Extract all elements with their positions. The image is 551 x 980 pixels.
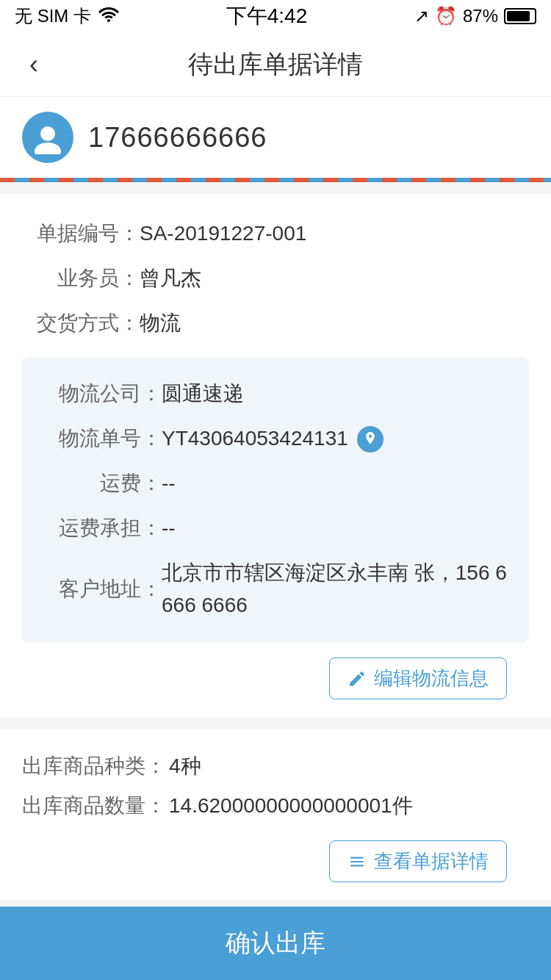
confirm-btn-bar[interactable]: 确认出库: [0, 907, 551, 980]
salesman-row: 业务员： 曾凡杰: [22, 256, 529, 301]
logistics-company-value: 圆通速递: [162, 378, 507, 411]
battery-text: 87%: [463, 6, 498, 26]
logistics-freight-value: --: [162, 467, 507, 500]
logistics-company-row: 物流公司： 圆通速递: [44, 372, 507, 417]
avatar: [22, 112, 73, 163]
salesman-label: 业务员：: [22, 262, 140, 295]
goods-quantity-row: 出库商品数量： 14.62000000000000001件: [22, 786, 529, 826]
status-left: 无 SIM 卡: [15, 4, 119, 28]
dashed-divider: [0, 178, 551, 182]
nav-bar: ‹ 待出库单据详情: [0, 32, 551, 97]
svg-point-0: [40, 126, 55, 141]
status-bar: 无 SIM 卡 下午4:42 ↗ ⏰ 87%: [0, 0, 551, 32]
view-detail-button[interactable]: 查看单据详情: [329, 840, 507, 882]
logistics-freight-bearer-label: 运费承担：: [44, 512, 162, 545]
order-info-section: 单据编号： SA-20191227-001 业务员： 曾凡杰 交货方式： 物流 …: [0, 194, 551, 717]
edit-logistics-label: 编辑物流信息: [374, 666, 489, 691]
detail-btn-row: 查看单据详情: [22, 826, 529, 882]
logistics-company-label: 物流公司：: [44, 378, 162, 411]
logistics-tracking-label: 物流单号：: [44, 422, 162, 455]
logistics-address-row: 客户地址： 北京市市辖区海淀区永丰南 张，156 6666 6666: [44, 551, 507, 629]
status-right: ↗ ⏰ 87%: [414, 6, 536, 26]
location-status-icon: ↗: [414, 6, 429, 26]
logistics-freight-row: 运费： --: [44, 461, 507, 506]
back-button[interactable]: ‹: [22, 42, 46, 87]
view-detail-label: 查看单据详情: [374, 849, 489, 874]
logistics-card: 物流公司： 圆通速递 物流单号： YT43064053424131 运费： --…: [22, 357, 529, 643]
goods-types-row: 出库商品种类： 4种: [22, 746, 529, 786]
salesman-value: 曾凡杰: [140, 262, 529, 295]
logistics-freight-bearer-value: --: [162, 512, 507, 545]
logistics-address-label: 客户地址：: [44, 573, 162, 606]
goods-types-value: 4种: [169, 752, 201, 780]
delivery-value: 物流: [140, 307, 529, 340]
logistics-freight-label: 运费：: [44, 467, 162, 500]
order-no-label: 单据编号：: [22, 217, 140, 251]
edit-logistics-button[interactable]: 编辑物流信息: [329, 657, 507, 699]
order-no-row: 单据编号： SA-20191227-001: [22, 212, 529, 256]
tracking-location-icon[interactable]: [357, 426, 383, 453]
delivery-row: 交货方式： 物流: [22, 301, 529, 346]
logistics-tracking-value: YT43064053424131: [162, 422, 507, 455]
customer-header: 17666666666: [0, 97, 551, 178]
goods-section: 出库商品种类： 4种 出库商品数量： 14.62000000000000001件…: [0, 729, 551, 900]
goods-quantity-value: 14.62000000000000001件: [169, 792, 413, 820]
order-no-value: SA-20191227-001: [140, 217, 529, 251]
page-title: 待出库单据详情: [188, 48, 363, 82]
delivery-label: 交货方式：: [22, 307, 140, 340]
svg-point-1: [35, 143, 61, 154]
edit-btn-row: 编辑物流信息: [22, 643, 529, 699]
goods-quantity-label: 出库商品数量：: [22, 792, 169, 820]
customer-phone: 17666666666: [88, 122, 267, 154]
status-time: 下午4:42: [226, 2, 308, 30]
logistics-address-value: 北京市市辖区海淀区永丰南 张，156 6666 6666: [162, 557, 507, 623]
logistics-tracking-row: 物流单号： YT43064053424131: [44, 417, 507, 461]
battery-icon: [504, 8, 536, 24]
carrier-text: 无 SIM 卡: [15, 4, 91, 28]
section-separator-1: [0, 717, 551, 729]
goods-types-label: 出库商品种类：: [22, 752, 169, 780]
logistics-freight-bearer-row: 运费承担： --: [44, 506, 507, 551]
alarm-icon: ⏰: [435, 6, 457, 26]
confirm-btn-text: 确认出库: [226, 926, 325, 960]
wifi-icon: [98, 6, 119, 26]
